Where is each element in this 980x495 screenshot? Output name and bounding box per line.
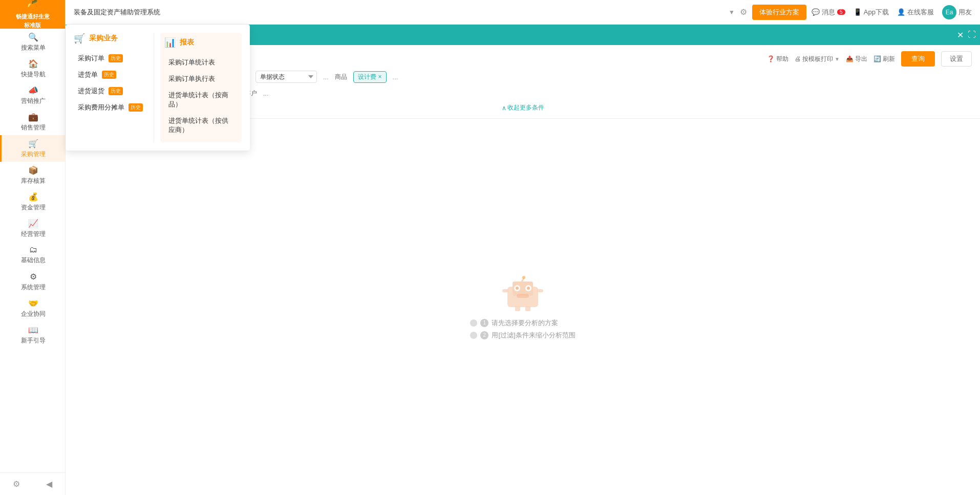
goods-return-history: 历史 — [109, 87, 123, 95]
system-dropdown-arrow[interactable]: ▼ — [729, 9, 735, 16]
basic-icon: 🗂 — [29, 245, 37, 254]
empty-tips: 1 请先选择要分析的方案 2 用[过滤]条件来缩小分析范围 — [470, 318, 575, 343]
sidebar-item-search[interactable]: 🔍 搜索菜单 — [0, 29, 65, 55]
sidebar-item-label: 系统管理 — [21, 283, 46, 292]
sidebar-item-business[interactable]: 📈 经营管理 — [0, 215, 65, 242]
sidebar-item-label: 新手引导 — [21, 336, 46, 345]
goods-dots[interactable]: ... — [393, 73, 398, 81]
tabbar-expand-icon[interactable]: ⛶ — [968, 30, 976, 39]
newbie-icon: 📖 — [28, 325, 38, 335]
sidebar-bottom: ⚙ ◀ — [0, 472, 65, 495]
sidebar-item-inventory[interactable]: 📦 库存核算 — [0, 162, 65, 188]
collapse-btn[interactable]: ∧ 收起更多条件 — [502, 103, 544, 112]
help-link[interactable]: ❓ 帮助 — [767, 55, 789, 63]
export-link[interactable]: 📤 导出 — [846, 55, 867, 63]
system-name: 装备及固定资产辅助管理系统 — [74, 8, 723, 17]
purchase-expense-item[interactable]: 采购费用分摊单 历史 — [74, 99, 147, 116]
industry-btn[interactable]: 体验行业方案 — [752, 5, 806, 20]
goods-in-history: 历史 — [102, 71, 116, 79]
tip2-number: 2 — [480, 331, 488, 339]
robot-illustration — [497, 271, 548, 312]
message-icon: 💬 — [812, 8, 820, 16]
print-label: 按模板打印 — [802, 55, 833, 63]
sidebar-item-enterprise[interactable]: 🤝 企业协同 — [0, 295, 65, 321]
empty-state: 1 请先选择要分析的方案 2 用[过滤]条件来缩小分析范围 — [66, 119, 980, 495]
tip1-text: 请先选择要分析的方案 — [492, 318, 558, 328]
print-dropdown-icon[interactable]: ▼ — [835, 56, 840, 62]
goods-in-stats-goods-item[interactable]: 进货单统计表（按商品） — [164, 87, 238, 113]
report-col-title: 报表 — [180, 38, 194, 47]
avatar[interactable]: Ea — [942, 5, 956, 19]
sidebar-item-label: 库存核算 — [21, 177, 46, 185]
sidebar-item-capital[interactable]: 💰 资金管理 — [0, 188, 65, 215]
sidebar-item-label: 基础信息 — [21, 256, 46, 265]
svg-point-12 — [522, 276, 525, 279]
topbar-actions: 💬 消息 5 📱 App下载 👤 在线客服 Ea 用友 — [812, 5, 972, 19]
purchase-order-exec-label: 采购订单执行表 — [168, 74, 215, 83]
sidebar-item-label: 采购管理 — [21, 150, 46, 159]
goods-return-item[interactable]: 进货退货 历史 — [74, 83, 147, 99]
capital-icon: 💰 — [28, 192, 38, 202]
sidebar-item-label: 资金管理 — [21, 203, 46, 212]
app-logo: 🍊 畅捷通好生意 标准版 — [0, 0, 65, 29]
purchase-icon: 🛒 — [28, 139, 38, 148]
purchase-order-stats-item[interactable]: 采购订单统计表 — [164, 54, 238, 71]
logo-text: 畅捷通好生意 — [16, 13, 50, 20]
print-link[interactable]: 🖨 按模板打印 ▼ — [795, 55, 840, 63]
goods-in-item[interactable]: 进货单 历史 — [74, 67, 147, 83]
tip2-text: 用[过滤]条件来缩小分析范围 — [492, 331, 575, 340]
empty-tip-1: 1 请先选择要分析的方案 — [470, 318, 575, 328]
help-icon: ❓ — [767, 55, 775, 62]
search-icon: 🔍 — [28, 32, 38, 42]
goods-in-stats-goods-label: 进货单统计表（按商品） — [168, 91, 234, 109]
purchase-col-header: 🛒 采购业务 — [74, 33, 147, 44]
business-icon: 📈 — [28, 219, 38, 228]
logo-subtext: 标准版 — [24, 21, 41, 29]
sidebar-item-sales[interactable]: 💼 销售管理 — [0, 109, 65, 135]
report-col-icon: 📊 — [164, 37, 176, 48]
goods-tag-close[interactable]: × — [378, 73, 382, 80]
goods-return-label: 进货退货 — [78, 87, 104, 96]
bill-status-dots[interactable]: ... — [323, 73, 329, 81]
user-action[interactable]: Ea 用友 — [942, 5, 972, 19]
svg-rect-9 — [515, 306, 520, 311]
app-download-action[interactable]: 📱 App下载 — [854, 8, 889, 17]
sidebar-collapse-btn[interactable]: ◀ — [44, 477, 54, 491]
online-service-action[interactable]: 👤 在线客服 — [897, 8, 934, 17]
refresh-link[interactable]: 🔄 刷新 — [874, 55, 895, 63]
user-label: 用友 — [958, 8, 972, 17]
sidebar-item-label: 销售管理 — [21, 123, 46, 132]
sidebar-item-quick[interactable]: 🏠 快捷导航 — [0, 55, 65, 82]
svg-rect-6 — [517, 294, 529, 298]
goods-in-stats-supplier-item[interactable]: 进货单统计表（按供应商） — [164, 113, 238, 138]
goods-tag: 设计费 × — [353, 71, 387, 83]
refresh-icon: 🔄 — [874, 55, 881, 62]
sidebar-item-purchase[interactable]: 🛒 采购管理 — [0, 135, 65, 162]
sidebar-item-system[interactable]: ⚙ 系统管理 — [0, 268, 65, 295]
refresh-label: 刷新 — [883, 55, 895, 63]
purchase-order-item[interactable]: 采购订单 历史 — [74, 50, 147, 67]
sidebar-item-label: 搜索菜单 — [21, 44, 46, 52]
sidebar-item-basic[interactable]: 🗂 基础信息 — [0, 242, 65, 268]
set-button[interactable]: 设置 — [941, 51, 972, 67]
query-button[interactable]: 查询 — [901, 51, 935, 67]
system-icon: ⚙ — [30, 272, 37, 282]
sales-icon: 💼 — [28, 112, 38, 122]
logo-icon: 🍊 — [26, 0, 39, 12]
tabbar-close-icon[interactable]: ✕ — [957, 30, 964, 40]
home-icon: 🏠 — [28, 59, 38, 69]
sidebar-settings-btn[interactable]: ⚙ — [11, 477, 22, 491]
sidebar-item-marketing[interactable]: 📣 营销推广 — [0, 82, 65, 109]
bill-status-select[interactable]: 单据状态 — [255, 71, 317, 83]
enterprise-icon: 🤝 — [28, 298, 38, 308]
purchase-col: 🛒 采购业务 采购订单 历史 进货单 历史 进货退货 历史 采购费用分摊单 历史 — [74, 33, 147, 142]
purchase-expense-history: 历史 — [129, 103, 143, 112]
empty-image — [497, 271, 548, 312]
phone-icon: 📱 — [854, 8, 862, 16]
message-action[interactable]: 💬 消息 5 — [812, 8, 845, 17]
message-label: 消息 — [822, 8, 835, 17]
purchase-order-exec-item[interactable]: 采购订单执行表 — [164, 71, 238, 87]
customer-dots[interactable]: ... — [263, 90, 269, 97]
sidebar-item-newbie[interactable]: 📖 新手引导 — [0, 321, 65, 348]
topbar-gear-icon[interactable]: ⚙ — [740, 7, 747, 17]
